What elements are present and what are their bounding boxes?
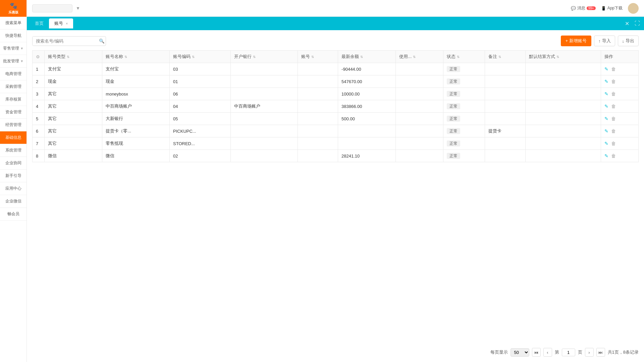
th-action: 操作 — [601, 51, 639, 63]
edit-button[interactable]: ✎ — [604, 141, 608, 146]
sidebar-item-basic-info[interactable]: 基础信息 — [0, 131, 26, 144]
edit-button[interactable]: ✎ — [604, 91, 608, 97]
cell-code: 02 — [170, 150, 231, 162]
status-badge: 正常 — [447, 78, 460, 84]
delete-button[interactable]: 🗑 — [611, 104, 616, 109]
logo-text: 乐惠版 — [8, 10, 18, 15]
user-avatar[interactable] — [628, 3, 639, 14]
sidebar-item-ecommerce[interactable]: 电商管理 — [0, 68, 26, 80]
th-status: 状态 ⇅ — [443, 51, 485, 63]
tab-home[interactable]: 首页 — [30, 18, 49, 28]
tabs-bar: 首页 账号 × ✕ ⛶ — [27, 17, 644, 30]
cell-account — [298, 63, 338, 75]
search-box: 🔍 — [32, 36, 106, 46]
table-body: 1 支付宝 支付宝 03 -90444.00 正常 ✎ 🗑 2 现金 现金 01 — [33, 63, 639, 162]
edit-button[interactable]: ✎ — [604, 128, 608, 134]
cell-default-settle — [526, 137, 601, 150]
cell-index: 4 — [33, 100, 45, 113]
cell-status: 正常 — [443, 88, 485, 100]
delete-button[interactable]: 🗑 — [611, 91, 616, 97]
cell-status: 正常 — [443, 75, 485, 88]
cell-action: ✎ 🗑 — [601, 125, 639, 137]
delete-button[interactable]: 🗑 — [611, 79, 616, 84]
delete-button[interactable]: 🗑 — [611, 116, 616, 121]
cell-action: ✎ 🗑 — [601, 88, 639, 100]
sort-icon-usage: ⇅ — [413, 55, 416, 59]
search-button[interactable]: 🔍 — [96, 37, 106, 46]
tab-account[interactable]: 账号 × — [49, 18, 73, 28]
dropdown-arrow-icon[interactable]: ▼ — [76, 6, 80, 11]
sort-icon-settle: ⇅ — [556, 55, 559, 59]
sidebar-item-purchase[interactable]: 采购管理 — [0, 80, 26, 93]
cell-type: 其它 — [45, 125, 102, 137]
cell-default-settle — [526, 113, 601, 125]
prev-page-button[interactable]: ‹ — [543, 348, 552, 357]
edit-button[interactable]: ✎ — [604, 153, 608, 159]
page-size-select[interactable]: 50 100 200 — [511, 348, 529, 357]
sidebar-item-app-center[interactable]: 应用中心 — [0, 182, 26, 195]
last-page-button[interactable]: ⏭ — [596, 348, 605, 357]
delete-button[interactable]: 🗑 — [611, 153, 616, 159]
sidebar-item-finance[interactable]: 资金管理 — [0, 106, 26, 119]
th-gear: ⚙ — [33, 51, 45, 63]
search-input[interactable] — [33, 37, 96, 46]
tab-close-btn[interactable]: ✕ — [624, 20, 631, 27]
tab-close-icon[interactable]: × — [66, 21, 68, 25]
table-row: 8 微信 微信 02 28241.10 正常 ✎ 🗑 — [33, 150, 639, 162]
sidebar-item-operations[interactable]: 经营管理 — [0, 119, 26, 131]
edit-button[interactable]: ✎ — [604, 116, 608, 121]
edit-button[interactable]: ✎ — [604, 79, 608, 84]
cell-account — [298, 113, 338, 125]
page-size-label: 每页显示 — [490, 349, 508, 355]
edit-button[interactable]: ✎ — [604, 104, 608, 109]
export-button[interactable]: ↓ 导出 — [618, 36, 639, 46]
sidebar-item-enterprise-wechat[interactable]: 企业微信 — [0, 195, 26, 208]
cell-balance — [338, 137, 396, 150]
delete-button[interactable]: 🗑 — [611, 128, 616, 134]
cell-name: moneybosx — [102, 88, 170, 100]
sidebar-item-inventory[interactable]: 库存核算 — [0, 93, 26, 106]
th-default-settle: 默认结算方式 ⇅ — [526, 51, 601, 63]
tab-maximize-btn[interactable]: ⛶ — [633, 20, 641, 27]
delete-button[interactable]: 🗑 — [611, 141, 616, 146]
sidebar-item-quicknav[interactable]: 快捷导航 — [0, 29, 26, 42]
sidebar-item-search[interactable]: 搜索菜单 — [0, 17, 26, 29]
cell-usage — [396, 113, 443, 125]
cell-balance — [338, 125, 396, 137]
cell-action: ✎ 🗑 — [601, 75, 639, 88]
add-account-button[interactable]: + 新增账号 — [561, 36, 591, 46]
total-info: 共1页，8条记录 — [608, 349, 639, 355]
table-row: 7 其它 零售抵现 STORED... 正常 ✎ 🗑 — [33, 137, 639, 150]
top-search-input[interactable] — [32, 4, 72, 12]
first-page-button[interactable]: ⏮ — [532, 348, 541, 357]
page-input[interactable] — [562, 349, 575, 356]
app-download-button[interactable]: 📱 App下载 — [601, 5, 623, 11]
cell-remark — [485, 75, 526, 88]
cell-index: 8 — [33, 150, 45, 162]
sidebar-item-retail[interactable]: 零售管理 ▼ — [0, 42, 26, 55]
sidebar-item-wholesale[interactable]: 批发管理 ▼ — [0, 55, 26, 68]
cell-type: 其它 — [45, 113, 102, 125]
cell-code: PICKUPC... — [170, 125, 231, 137]
cell-name: 零售抵现 — [102, 137, 170, 150]
sidebar-item-member[interactable]: 畅会员 — [0, 208, 26, 221]
message-button[interactable]: 💬 消息 99+ — [571, 5, 596, 11]
delete-button[interactable]: 🗑 — [611, 66, 616, 72]
next-page-button[interactable]: › — [585, 348, 594, 357]
cell-bank — [230, 125, 298, 137]
gear-icon[interactable]: ⚙ — [36, 54, 40, 59]
toolbar: 🔍 + 新增账号 ↑ 导入 ↓ 导出 — [32, 36, 639, 46]
sidebar-item-enterprise-collab[interactable]: 企业协同 — [0, 157, 26, 170]
sidebar-item-system[interactable]: 系统管理 — [0, 144, 26, 157]
topbar: ▼ 💬 消息 99+ 📱 App下载 — [27, 0, 644, 17]
sidebar-item-newuser[interactable]: 新手引导 — [0, 170, 26, 182]
import-button[interactable]: ↑ 导入 — [594, 36, 615, 46]
app-icon: 📱 — [601, 6, 606, 11]
cell-type: 支付宝 — [45, 63, 102, 75]
cell-bank: 中百商场账户 — [230, 100, 298, 113]
edit-button[interactable]: ✎ — [604, 66, 608, 72]
th-bank: 开户银行 ⇅ — [230, 51, 298, 63]
cell-usage — [396, 88, 443, 100]
cell-default-settle — [526, 75, 601, 88]
table-row: 1 支付宝 支付宝 03 -90444.00 正常 ✎ 🗑 — [33, 63, 639, 75]
